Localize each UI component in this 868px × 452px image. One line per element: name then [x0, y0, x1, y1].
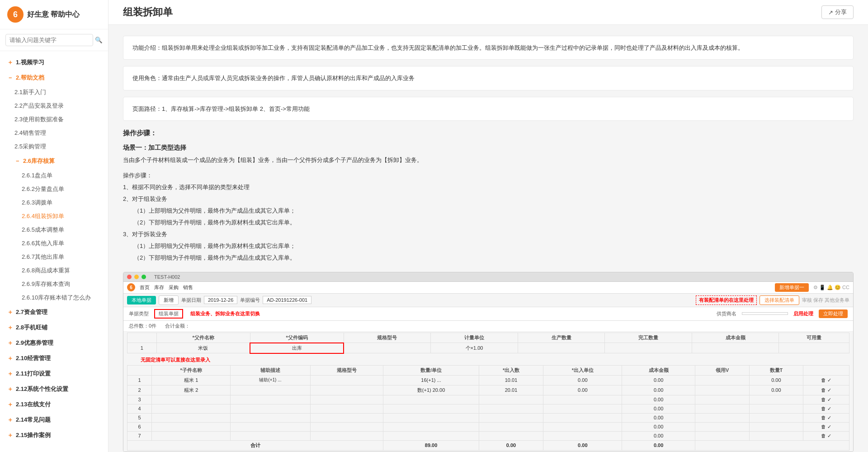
std-unit7 — [543, 431, 622, 440]
std-name6 — [152, 422, 231, 431]
sub-table-row-2: 2 糯米 2 数(+1) 20.00 20.01 0.00 0.00 0.00 … — [127, 385, 849, 395]
sidebar-item-269[interactable]: 2.6.9库存账本查询 — [0, 277, 108, 291]
td-avail — [779, 343, 849, 353]
sidebar-item-sales[interactable]: 2.4销售管理 — [0, 126, 108, 140]
sidebar-item-coupon[interactable]: ＋ 2.9优惠券管理 — [0, 335, 108, 351]
sidebar-item-help-doc[interactable]: － 2.帮助文档 — [0, 70, 108, 86]
process-btn[interactable]: 立即处理 — [819, 309, 848, 318]
std-check6: 6 — [127, 422, 152, 431]
td-spec — [344, 343, 431, 353]
tf-v4: 0.00 — [622, 440, 695, 450]
std-use5 — [695, 413, 750, 422]
std-check5: 5 — [127, 413, 152, 422]
doc-type-value[interactable]: 组装单据 — [154, 309, 183, 319]
search-input[interactable] — [5, 34, 93, 46]
std-qtyt7 — [750, 431, 803, 440]
app-logo: 6 — [127, 283, 135, 291]
th-cost: 成本金额 — [692, 333, 779, 343]
std-check3: 3 — [127, 395, 152, 404]
std-unit5 — [543, 413, 622, 422]
std-in5 — [479, 413, 543, 422]
sth-aux-desc: 辅助描述 — [231, 365, 310, 375]
std-qty7 — [383, 431, 479, 440]
std-use3 — [695, 395, 750, 404]
sidebar-item-mobile[interactable]: ＋ 2.8手机旺铺 — [0, 320, 108, 335]
sidebar-item-261[interactable]: 2.6.1盘点单 — [0, 169, 108, 182]
std-spec5 — [310, 413, 383, 422]
th-parent-name: *父件名称 — [156, 333, 250, 343]
std-desc3 — [231, 395, 310, 404]
std-qtyt3 — [750, 395, 803, 404]
std-unit3 — [543, 395, 622, 404]
std-qtyt2: 0.00 — [750, 385, 803, 395]
choose-btn[interactable]: 选择装配清单 — [760, 295, 799, 305]
std-use4 — [695, 404, 750, 413]
sth-in-out-unit: *出入单位 — [543, 365, 622, 375]
sidebar-item-inventory[interactable]: － 2.6库存核算 — [0, 153, 108, 169]
nav-list: ＋ 1.视频学习 － 2.帮助文档 2.1新手入门 2.2产品安装及登录 2.3… — [0, 51, 108, 447]
ops-title: 操作步骤： — [123, 129, 854, 138]
tf-v2: 0.00 — [479, 440, 543, 450]
share-button[interactable]: ↗ 分享 — [821, 5, 854, 19]
std-check7: 7 — [127, 431, 152, 440]
search-button[interactable]: 🔍 — [95, 37, 103, 43]
sidebar-item-263[interactable]: 2.6.3调拨单 — [0, 196, 108, 209]
std-spec1 — [310, 375, 383, 385]
std-qtyt5 — [750, 413, 803, 422]
intro-block: 功能介绍：组装拆卸单用来处理企业组装或拆卸等加工业务，支持有固定装配清单的产品加… — [123, 36, 854, 60]
sidebar-item-267[interactable]: 2.6.7其他出库单 — [0, 250, 108, 264]
save-btn[interactable]: 本地单据 — [127, 296, 156, 305]
sidebar-item-data-prep[interactable]: 2.3使用前数据准备 — [0, 113, 108, 126]
sidebar-item-video[interactable]: ＋ 1.视频学习 — [0, 55, 108, 70]
sidebar-item-faq[interactable]: ＋ 2.14常见问题 — [0, 412, 108, 428]
delete-btn[interactable]: 新增 — [159, 295, 179, 305]
tf-v3: 0.00 — [543, 440, 622, 450]
sidebar-item-system[interactable]: ＋ 2.12系统个性化设置 — [0, 381, 108, 397]
th-check — [127, 333, 157, 343]
sidebar-item-new-user[interactable]: 2.1新手入门 — [0, 86, 108, 99]
sidebar-item-print[interactable]: ＋ 2.11打印设置 — [0, 366, 108, 381]
step3b: （2）下部明细为子件明细，最终作为产成品生成其它入库单。 — [123, 252, 854, 264]
intro-text: 功能介绍：组装拆卸单用来处理企业组装或拆卸等加工业务，支持有固定装配清单的产品加… — [132, 44, 744, 51]
std-cost3: 0.00 — [622, 395, 695, 404]
sidebar-item-operations[interactable]: ＋ 2.10经营管理 — [0, 351, 108, 366]
sidebar-item-cases[interactable]: ＋ 2.15操作案例 — [0, 428, 108, 443]
td-done-qty — [605, 343, 692, 353]
std-name7 — [152, 431, 231, 440]
std-act5: 🗑 ✓ — [803, 413, 849, 422]
sth-qty-t: 数量T — [750, 365, 803, 375]
annotation3-text: 启用处理 — [793, 310, 813, 317]
new-doc-btn[interactable]: 新增单据一 — [775, 283, 809, 292]
sidebar-item-266[interactable]: 2.6.6其他入库单 — [0, 237, 108, 250]
brand-input[interactable] — [742, 312, 788, 315]
minus-icon: － — [7, 74, 13, 82]
plus-icon-system: ＋ — [7, 385, 13, 393]
td-unit: 个×1.00 — [431, 343, 518, 353]
max-btn — [142, 275, 146, 279]
doc-date-label: 单据日期 — [181, 297, 201, 304]
menu-sales: 销售 — [183, 284, 193, 291]
sub-table-row-4: 4 0.00 🗑 ✓ — [127, 404, 849, 413]
std-desc5 — [231, 413, 310, 422]
sidebar-item-262[interactable]: 2.6.2分量盘点单 — [0, 182, 108, 196]
menu-home: 首页 — [140, 284, 150, 291]
search-box[interactable]: 🔍 — [0, 29, 108, 51]
sidebar-item-265[interactable]: 2.6.5成本调整单 — [0, 223, 108, 237]
std-spec3 — [310, 395, 383, 404]
std-qty4 — [383, 404, 479, 413]
sidebar-item-2610[interactable]: 2.6.10库存账本错了怎么办 — [0, 291, 108, 305]
sidebar-item-payment[interactable]: ＋ 2.13在线支付 — [0, 397, 108, 412]
logo-icon: 6 — [7, 6, 24, 23]
stats-amount: 合计金额： — [165, 323, 190, 328]
std-check1: 1 — [127, 375, 152, 385]
std-use1 — [695, 375, 750, 385]
sidebar-item-268[interactable]: 2.6.8商品成本重算 — [0, 264, 108, 277]
close-btn — [127, 275, 132, 279]
sidebar-item-264[interactable]: 2.6.4组装拆卸单 — [0, 209, 108, 223]
plus-icon-coupon: ＋ — [7, 339, 13, 347]
steps-text: 操作步骤： 1、根据不同的业务，选择不同单据的类型来处理 2、对于组装业务 （1… — [123, 170, 854, 264]
sidebar-item-purchase[interactable]: 2.5采购管理 — [0, 140, 108, 153]
sidebar-item-finance[interactable]: ＋ 2.7资金管理 — [0, 305, 108, 320]
sidebar-item-install[interactable]: 2.2产品安装及登录 — [0, 99, 108, 113]
th-done-qty: 完工数量 — [605, 333, 692, 343]
